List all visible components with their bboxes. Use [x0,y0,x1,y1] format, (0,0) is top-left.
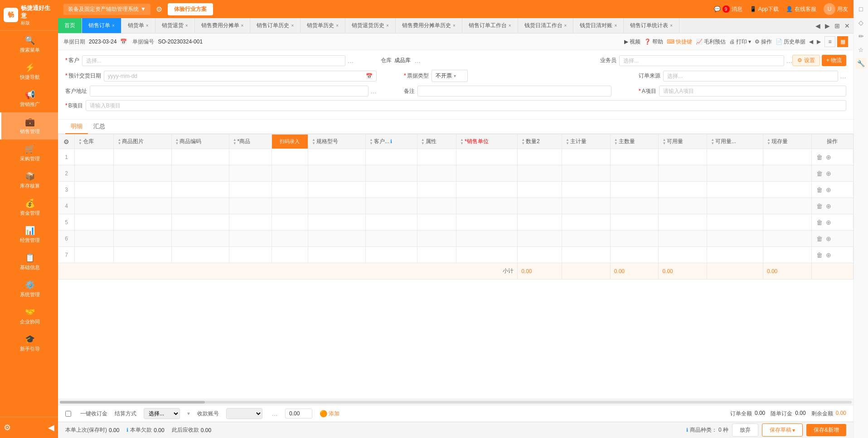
shortcut-action[interactable]: ⌨ 快捷键 [667,38,692,46]
tab-cash-account[interactable]: 钱货日清对账 × [573,18,624,33]
right-mini-btn-3[interactable]: ✏ [856,31,867,42]
row-delete-btn[interactable]: 🗑 [815,169,824,178]
delivery-date-input[interactable]: yyyy-mm-dd 📅 [104,71,377,82]
right-mini-btn-1[interactable]: □ [856,4,867,14]
sidebar-item-marketing[interactable]: 📢 营销推广 [0,85,58,112]
payment-method-select[interactable]: 选择... [144,408,180,419]
sidebar-item-operations[interactable]: 📊 经营管理 [0,221,58,248]
horizontal-scrollbar[interactable] [58,399,853,405]
sidebar-item-collab[interactable]: 🤝 企业协同 [0,303,58,330]
col-settings-header[interactable]: ⚙ [58,135,75,149]
salesperson-dots[interactable]: … [786,57,792,64]
sidebar-settings-btn[interactable]: ⚙ [2,421,13,434]
ops-action[interactable]: ⚙ 操作 [755,38,772,46]
add-product-btn[interactable]: + 物流 [822,55,846,66]
system-selector[interactable]: 装备及固定资产辅助管理系统 ▼ [63,4,150,15]
nav-next-btn[interactable]: ▶ [817,39,821,45]
address-dots[interactable]: … [370,87,377,95]
account-dots[interactable]: … [272,410,278,417]
remark-input[interactable] [417,86,611,96]
row-delete-btn[interactable]: 🗑 [815,234,824,243]
tab-sales-return-history[interactable]: 销货单历史 × [301,18,345,33]
row-copy-btn[interactable]: ⊕ [825,153,832,162]
account-select[interactable] [226,408,262,419]
list-view-btn[interactable]: ≡ [824,36,835,47]
salesperson-input[interactable] [619,55,784,66]
tab-close-icon[interactable]: × [336,23,339,28]
row-copy-btn[interactable]: ⊕ [825,234,832,243]
tab-nav-close[interactable]: ✕ [843,21,852,30]
save-new-btn[interactable]: 保存&新增 [806,424,846,436]
add-payment-btn[interactable]: 🟠 添加 [320,410,339,418]
right-mini-btn-2[interactable]: ◇ [856,17,867,28]
row-copy-btn[interactable]: ⊕ [825,185,832,194]
tab-close-icon[interactable]: × [670,23,673,28]
tab-sales-return[interactable]: 销货单 × [121,18,155,33]
order-source-dots[interactable]: … [840,72,846,80]
sidebar-item-inventory[interactable]: 📦 库存核算 [0,167,58,194]
detail-tab-detail[interactable]: 明细 [65,120,88,134]
scrollbar-thumb[interactable] [60,401,205,404]
grid-view-btn[interactable]: ▦ [837,36,848,47]
row-copy-btn[interactable]: ⊕ [825,250,832,260]
tab-close-icon[interactable]: × [112,23,115,28]
tab-sales-order-workbench[interactable]: 销售订单工作台 × [462,18,518,33]
tab-sales-order-history[interactable]: 销售订单历史 × [250,18,301,33]
history-action[interactable]: 📄 历史单据 [776,38,805,46]
warehouse-dots[interactable]: … [414,57,421,64]
online-service-btn[interactable]: 👤 在线客服 [786,5,816,13]
scan-btn[interactable]: 扫码录入 [276,137,303,146]
order-source-input[interactable] [663,71,838,82]
tab-nav-expand[interactable]: ⊞ [833,21,842,30]
tab-close-icon[interactable]: × [185,23,188,28]
tab-nav-next[interactable]: ▶ [823,21,832,30]
tab-close-icon[interactable]: × [146,23,149,28]
row-delete-btn[interactable]: 🗑 [815,250,824,260]
sidebar-item-capital[interactable]: 💰 资金管理 [0,194,58,221]
message-btn[interactable]: 💬 9 消息 [714,5,742,13]
right-mini-btn-5[interactable]: 🔧 [856,58,867,69]
view-action[interactable]: ▶ 视频 [624,38,640,46]
sidebar-item-quick-nav[interactable]: ⚡ 快捷导航 [0,58,58,85]
a-project-input[interactable] [659,86,846,96]
invoice-type-select[interactable]: 不开票 ▾ [432,70,468,82]
tab-sales-fee-split[interactable]: 销售费用分摊单 × [195,18,251,33]
topbar-settings-btn[interactable]: ⚙ [154,3,164,15]
detail-tab-summary[interactable]: 汇总 [88,120,111,134]
nav-prev-btn[interactable]: ◀ [809,39,813,45]
user-menu[interactable]: U 用友 [824,3,848,15]
right-mini-btn-4[interactable]: ☆ [856,44,867,55]
payment-amount-input[interactable] [285,409,312,419]
tab-close-icon[interactable]: × [614,23,617,28]
settings-form-btn[interactable]: ⚙ 设置 [792,55,820,66]
tab-sales-return-goods[interactable]: 销货退货 × [155,18,195,33]
print-action[interactable]: 🖨 打印 ▾ [729,38,751,46]
save-draft-btn[interactable]: 保存草稿 ▾ [762,424,803,437]
one-click-checkbox[interactable] [65,411,71,417]
sidebar-collapse-btn[interactable]: ◀ [46,421,56,434]
tab-sales-fee-history[interactable]: 销售费用分摊单历史 × [396,18,462,33]
tab-home[interactable]: 首页 [58,18,82,33]
tab-close-icon[interactable]: × [291,23,294,28]
calendar-icon[interactable]: 📅 [120,39,127,45]
delivery-date-icon[interactable]: 📅 [366,73,373,79]
row-delete-btn[interactable]: 🗑 [815,218,824,227]
sidebar-item-search[interactable]: 🔍 搜索菜单 [0,31,58,58]
industry-btn[interactable]: 体验行业方案 [168,3,213,15]
tab-cash-workbench[interactable]: 钱货日清工作台 × [518,18,574,33]
tab-close-icon[interactable]: × [241,23,244,28]
row-copy-btn[interactable]: ⊕ [825,218,832,227]
tab-sales-stats[interactable]: 销售订单统计表 × [624,18,679,33]
sidebar-item-guide[interactable]: 🎓 新手引导 [0,330,58,357]
tab-close-icon[interactable]: × [386,23,389,28]
row-copy-btn[interactable]: ⊕ [825,202,832,211]
customer-input[interactable] [82,55,345,66]
app-download-btn[interactable]: 📱 App下载 [750,5,779,13]
customer-dots[interactable]: … [347,57,354,64]
tab-close-icon[interactable]: × [453,23,456,28]
b-project-input[interactable] [86,100,846,111]
row-copy-btn[interactable]: ⊕ [825,169,832,178]
help-action[interactable]: ❓ 帮助 [644,38,663,46]
save-draft-arrow[interactable]: ▾ [792,427,795,433]
address-input[interactable] [90,86,369,96]
